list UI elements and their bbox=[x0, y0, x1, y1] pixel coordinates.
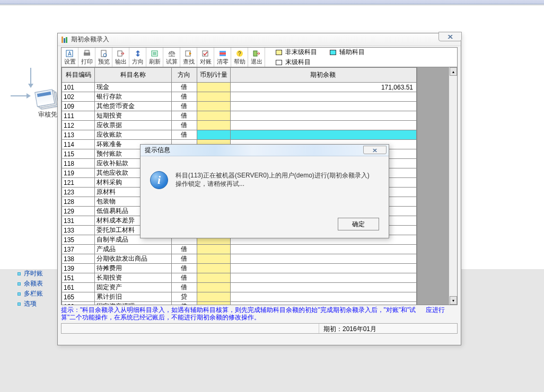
cell-dir[interactable]: 借 bbox=[172, 264, 197, 273]
table-row[interactable]: 101现金借171,063.51 bbox=[62, 83, 417, 92]
table-row[interactable]: 165累计折旧贷 bbox=[62, 292, 417, 302]
tb-reconcile-button[interactable]: 对账 bbox=[197, 48, 214, 67]
dialog-ok-button[interactable]: 确定 bbox=[338, 218, 379, 230]
cell-dir[interactable]: 借 bbox=[172, 111, 197, 121]
table-row[interactable]: 137产成品借 bbox=[62, 245, 417, 254]
cell-curr[interactable] bbox=[197, 130, 230, 140]
cell-bal[interactable] bbox=[231, 292, 417, 302]
cell-name[interactable]: 固定资产清理 bbox=[95, 302, 172, 305]
table-row[interactable]: 151长期投资借 bbox=[62, 273, 417, 283]
table-row[interactable]: 112应收票据借 bbox=[62, 121, 417, 130]
cell-name[interactable]: 待摊费用 bbox=[95, 264, 172, 273]
left-link-balance[interactable]: 余额表 bbox=[17, 279, 43, 288]
cell-name[interactable]: 产成品 bbox=[95, 245, 172, 254]
cell-dir[interactable]: 借 bbox=[172, 254, 197, 264]
cell-code[interactable]: 137 bbox=[62, 245, 95, 254]
table-row[interactable]: 161固定资产借 bbox=[62, 283, 417, 292]
tb-trial-button[interactable]: 试算 bbox=[163, 48, 180, 67]
cell-name[interactable]: 现金 bbox=[95, 83, 172, 92]
scroll-down-button[interactable]: ▾ bbox=[450, 296, 457, 305]
left-link-multi[interactable]: 多栏账 bbox=[17, 289, 43, 298]
cell-name[interactable]: 长期投资 bbox=[95, 273, 172, 283]
cell-bal[interactable] bbox=[231, 121, 417, 130]
cell-code[interactable]: 129 bbox=[62, 207, 95, 216]
cell-curr[interactable] bbox=[197, 292, 230, 302]
tb-clear-button[interactable]: 清零 bbox=[214, 48, 231, 67]
cell-curr[interactable] bbox=[197, 302, 230, 305]
cell-dir[interactable]: 借 bbox=[172, 302, 197, 305]
dialog-close-button[interactable]: x bbox=[363, 146, 387, 154]
cell-dir[interactable]: 借 bbox=[172, 283, 197, 292]
cell-dir[interactable]: 借 bbox=[172, 130, 197, 140]
cell-code[interactable]: 113 bbox=[62, 130, 95, 140]
cell-bal[interactable] bbox=[231, 283, 417, 292]
cell-code[interactable]: 121 bbox=[62, 178, 95, 188]
cell-bal[interactable]: 171,063.51 bbox=[231, 83, 417, 92]
cell-code[interactable]: 166 bbox=[62, 302, 95, 305]
col-bal-header[interactable]: 期初余额 bbox=[231, 68, 417, 83]
left-link-options[interactable]: 选项 bbox=[17, 299, 43, 308]
cell-curr[interactable] bbox=[197, 121, 230, 130]
cell-code[interactable]: 135 bbox=[62, 235, 95, 245]
cell-bal[interactable] bbox=[231, 254, 417, 264]
cell-code[interactable]: 109 bbox=[62, 102, 95, 111]
table-row[interactable]: 102银行存款借 bbox=[62, 92, 417, 102]
col-curr-header[interactable]: 币别/计量 bbox=[197, 68, 230, 83]
cell-dir[interactable]: 借 bbox=[172, 121, 197, 130]
cell-code[interactable]: 165 bbox=[62, 292, 95, 302]
cell-name[interactable]: 应收票据 bbox=[95, 121, 172, 130]
left-link-journal[interactable]: 序时账 bbox=[17, 269, 43, 278]
cell-dir[interactable]: 借 bbox=[172, 83, 197, 92]
cell-name[interactable]: 分期收款发出商品 bbox=[95, 254, 172, 264]
table-row[interactable]: 138分期收款发出商品借 bbox=[62, 254, 417, 264]
cell-code[interactable]: 118 bbox=[62, 159, 95, 168]
cell-code[interactable]: 161 bbox=[62, 283, 95, 292]
cell-name[interactable]: 银行存款 bbox=[95, 92, 172, 102]
cell-curr[interactable] bbox=[197, 254, 230, 264]
tb-print-button[interactable]: 打印 bbox=[78, 48, 95, 67]
cell-dir[interactable]: 贷 bbox=[172, 292, 197, 302]
tb-export-button[interactable]: 输出 bbox=[112, 48, 129, 67]
cell-curr[interactable] bbox=[197, 111, 230, 121]
cell-code[interactable]: 123 bbox=[62, 188, 95, 197]
cell-bal[interactable] bbox=[231, 92, 417, 102]
cell-code[interactable]: 131 bbox=[62, 216, 95, 226]
tb-direction-button[interactable]: 方向 bbox=[129, 48, 146, 67]
col-name-header[interactable]: 科目名称 bbox=[95, 68, 172, 83]
table-row[interactable]: 111短期投资借 bbox=[62, 111, 417, 121]
window-close-button[interactable]: x bbox=[438, 32, 462, 41]
cell-code[interactable]: 138 bbox=[62, 254, 95, 264]
cell-bal[interactable] bbox=[231, 111, 417, 121]
cell-name[interactable]: 累计折旧 bbox=[95, 292, 172, 302]
table-row[interactable]: 109其他货币资金借 bbox=[62, 102, 417, 111]
cell-code[interactable]: 111 bbox=[62, 111, 95, 121]
col-code-header[interactable]: 科目编码 bbox=[62, 68, 95, 83]
cell-name[interactable]: 其他货币资金 bbox=[95, 102, 172, 111]
tb-help-button[interactable]: ?帮助 bbox=[231, 48, 248, 67]
table-row[interactable]: 166固定资产清理借 bbox=[62, 302, 417, 305]
cell-dir[interactable]: 借 bbox=[172, 92, 197, 102]
cell-bal[interactable] bbox=[231, 245, 417, 254]
col-dir-header[interactable]: 方向 bbox=[172, 68, 197, 83]
tb-preview-button[interactable]: 预览 bbox=[95, 48, 112, 67]
cell-bal[interactable] bbox=[231, 102, 417, 111]
cell-code[interactable]: 128 bbox=[62, 197, 95, 207]
cell-bal[interactable] bbox=[231, 273, 417, 283]
cell-dir[interactable]: 借 bbox=[172, 245, 197, 254]
cell-code[interactable]: 139 bbox=[62, 264, 95, 273]
cell-code[interactable]: 133 bbox=[62, 226, 95, 235]
cell-code[interactable]: 115 bbox=[62, 149, 95, 159]
cell-code[interactable]: 101 bbox=[62, 83, 95, 92]
table-row[interactable]: 113应收账款借 bbox=[62, 130, 417, 140]
cell-name[interactable]: 应收账款 bbox=[95, 130, 172, 140]
cell-name[interactable]: 固定资产 bbox=[95, 283, 172, 292]
cell-curr[interactable] bbox=[197, 245, 230, 254]
tb-find-button[interactable]: 查找 bbox=[180, 48, 197, 67]
cell-curr[interactable] bbox=[197, 92, 230, 102]
cell-curr[interactable] bbox=[197, 264, 230, 273]
cell-code[interactable]: 119 bbox=[62, 168, 95, 178]
tb-refresh-button[interactable]: 刷新 bbox=[146, 48, 163, 67]
cell-curr[interactable] bbox=[197, 273, 230, 283]
cell-code[interactable]: 112 bbox=[62, 121, 95, 130]
cell-name[interactable]: 短期投资 bbox=[95, 111, 172, 121]
